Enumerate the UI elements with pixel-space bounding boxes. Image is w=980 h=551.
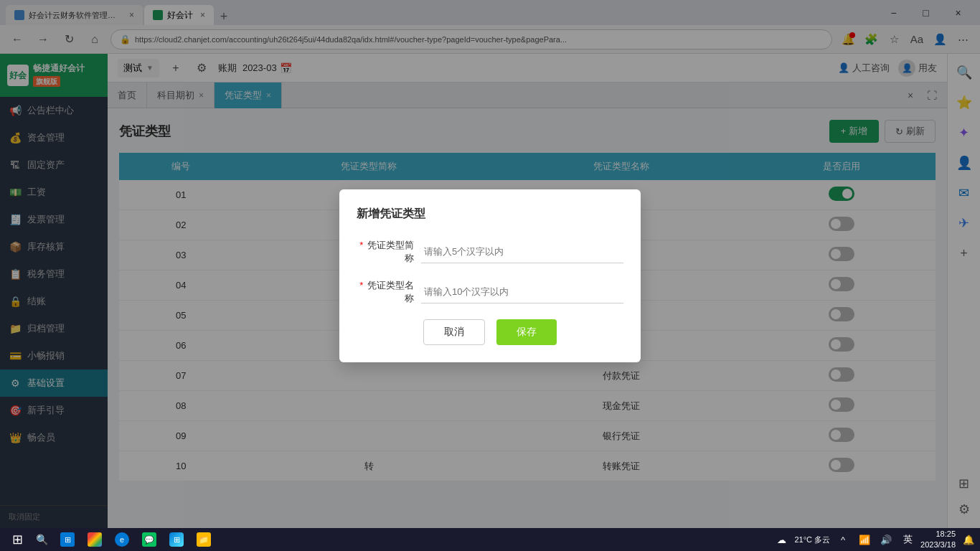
full-name-row: * 凭证类型名称: [357, 279, 623, 305]
required-star2: *: [359, 280, 363, 291]
taskbar-apps: ⊞ e 💬 ⊞ 📁: [55, 529, 217, 550]
taskbar-app-edge[interactable]: e: [109, 529, 135, 550]
short-name-label: * 凭证类型简称: [357, 239, 421, 265]
short-name-row: * 凭证类型简称: [357, 239, 623, 265]
store-icon: ⊞: [169, 532, 184, 547]
taskview-icon: ⊞: [60, 532, 75, 547]
modal-overlay[interactable]: 新增凭证类型 * 凭证类型简称 * 凭证类型名称 取消 保存: [0, 0, 980, 551]
taskbar-app-wechat[interactable]: 💬: [136, 529, 162, 550]
taskbar-app-explorer[interactable]: 📁: [191, 529, 217, 550]
taskbar-network-icon[interactable]: 📶: [856, 531, 873, 548]
start-button[interactable]: ⊞: [3, 529, 32, 550]
save-button[interactable]: 保存: [496, 319, 557, 345]
taskbar-weather-text: 21°C 多云: [794, 534, 830, 545]
taskbar-app-taskview[interactable]: ⊞: [55, 529, 80, 550]
taskbar-app-chrome[interactable]: [82, 529, 108, 550]
full-name-label: * 凭证类型名称: [357, 279, 421, 305]
add-voucher-dialog: 新增凭证类型 * 凭证类型简称 * 凭证类型名称 取消 保存: [339, 189, 641, 362]
wechat-icon: 💬: [142, 532, 156, 547]
dialog-title: 新增凭证类型: [357, 207, 623, 222]
taskbar-search-button[interactable]: 🔍: [32, 529, 52, 550]
taskbar-volume-icon[interactable]: 🔊: [877, 531, 895, 548]
taskbar-lang-icon[interactable]: 英: [899, 531, 916, 548]
explorer-icon: 📁: [197, 532, 211, 547]
taskbar-weather-icon[interactable]: ☁: [773, 531, 790, 548]
taskbar-app-store[interactable]: ⊞: [164, 529, 189, 550]
chrome-icon: [88, 532, 102, 547]
taskbar-notification-icon[interactable]: 🔔: [960, 531, 977, 548]
taskbar-time: 18:25 2023/3/18: [920, 529, 956, 551]
short-name-input[interactable]: [421, 240, 623, 263]
taskbar-right: ☁ 21°C 多云 ^ 📶 🔊 英 18:25 2023/3/18 🔔: [773, 529, 977, 551]
dialog-buttons: 取消 保存: [357, 319, 623, 345]
taskbar: ⊞ 🔍 ⊞ e 💬 ⊞ 📁 ☁ 21°C 多云 ^ 📶 🔊 英 18:25: [0, 528, 980, 551]
required-star: *: [359, 240, 363, 250]
edge-icon: e: [115, 532, 129, 547]
full-name-input[interactable]: [421, 281, 623, 303]
taskbar-system-icon[interactable]: ^: [834, 531, 852, 548]
cancel-button[interactable]: 取消: [423, 319, 485, 345]
